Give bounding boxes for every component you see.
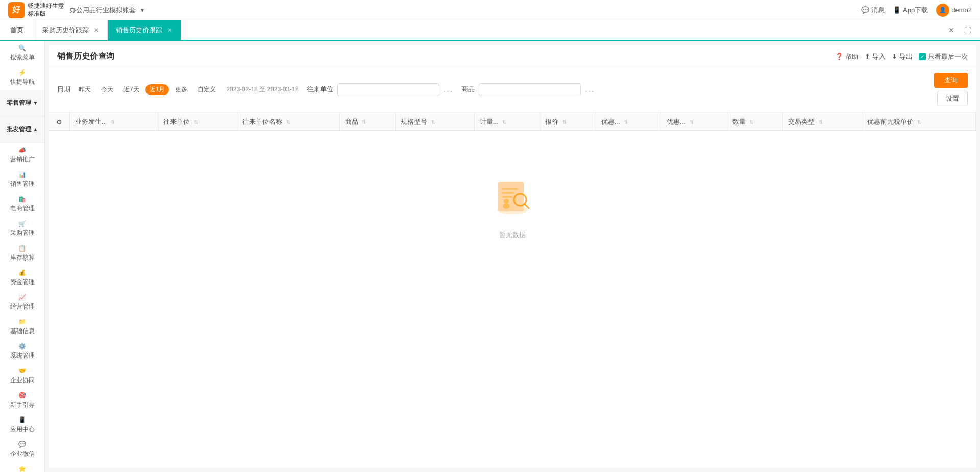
tabbar-actions: ✕ ⛶ xyxy=(945,24,980,36)
sidebar-item-vip[interactable]: ⭐ 畅会员 xyxy=(0,462,44,472)
enterprise-coop-icon: 🤝 xyxy=(18,367,26,374)
topbar-left: 好 畅捷通好生意 标准版 办公用品行业模拟账套 ▾ xyxy=(8,2,144,18)
username: demo2 xyxy=(951,6,972,14)
last-only-checkbox[interactable]: ✓ 只看最后一次 xyxy=(919,52,968,61)
newbie-label: 新手引导 xyxy=(10,400,35,409)
col-settings[interactable]: ⚙ xyxy=(49,113,69,131)
col-spec[interactable]: 规格型号 ⇅ xyxy=(396,113,475,131)
message-btn[interactable]: 💬 消息 xyxy=(861,6,885,15)
data-table: ⚙ 业务发生... ⇅ 往来单位 ⇅ 往来单位名称 xyxy=(49,113,976,131)
col-goods[interactable]: 商品 ⇅ xyxy=(339,113,395,131)
finance-icon: 💰 xyxy=(18,269,26,276)
date-tab-last7days[interactable]: 近7天 xyxy=(119,84,143,95)
col-pre-tax-price[interactable]: 优惠前无税单价 ⇅ xyxy=(862,113,975,131)
expand-btn[interactable]: ⛶ xyxy=(962,24,974,36)
tab-purchase-history[interactable]: 采购历史价跟踪 ✕ xyxy=(34,20,108,40)
breadcrumb-dropdown[interactable]: ▾ xyxy=(141,7,144,14)
tab-purchase-history-close[interactable]: ✕ xyxy=(94,27,99,34)
col-biz-date[interactable]: 业务发生... ⇅ xyxy=(69,113,158,131)
topbar-right: 💬 消息 📱 App下载 👤 demo2 xyxy=(861,4,972,17)
sidebar-item-quick-nav[interactable]: ⚡ 快捷导航 xyxy=(0,65,44,90)
sidebar-item-sales-mgmt[interactable]: 📊 销售管理 xyxy=(0,168,44,192)
tab-sales-history[interactable]: 销售历史价跟踪 ✕ xyxy=(108,20,181,40)
sidebar-item-app-center[interactable]: 📱 应用中心 xyxy=(0,413,44,437)
settings-btn[interactable]: 设置 xyxy=(937,91,968,106)
col-qty-label: 数量 xyxy=(732,117,746,125)
col-trade-type[interactable]: 交易类型 ⇅ xyxy=(782,113,862,131)
sidebar-item-system[interactable]: ⚙️ 系统管理 xyxy=(0,339,44,364)
inventory-icon: 📋 xyxy=(18,245,26,252)
col-quote-label: 报价 xyxy=(545,117,558,125)
sort-arrows-discount2: ⇅ xyxy=(690,119,694,125)
sidebar-item-finance[interactable]: 💰 资金管理 xyxy=(0,266,44,290)
table-header-row: ⚙ 业务发生... ⇅ 往来单位 ⇅ 往来单位名称 xyxy=(49,113,976,131)
empty-state: 暂无数据 xyxy=(49,131,976,280)
sidebar: 🔍 搜索菜单 ⚡ 快捷导航 零售管理 ▼ 批发管理 ▲ 📣 营销推广 📊 销售管… xyxy=(0,41,45,472)
tab-home[interactable]: 首页 xyxy=(0,20,34,40)
col-trade-type-label: 交易类型 xyxy=(788,117,815,125)
date-tab-yesterday[interactable]: 昨天 xyxy=(75,84,95,95)
date-tab-custom[interactable]: 自定义 xyxy=(193,84,220,95)
sidebar-item-enterprise-wechat[interactable]: 💬 企业微信 xyxy=(0,437,44,462)
col-partner-code[interactable]: 往来单位 ⇅ xyxy=(158,113,237,131)
col-spec-label: 规格型号 xyxy=(401,117,427,125)
svg-rect-4 xyxy=(502,196,512,198)
col-discount1[interactable]: 优惠... ⇅ xyxy=(596,113,661,131)
user-area[interactable]: 👤 demo2 xyxy=(936,4,972,17)
col-discount2[interactable]: 优惠... ⇅ xyxy=(662,113,727,131)
page-container: 销售历史价查询 ❓ 帮助 ⬆ 导入 ⬇ 导出 ✓ xyxy=(49,45,976,468)
sidebar-item-marketing[interactable]: 📣 营销推广 xyxy=(0,143,44,168)
retail-mgmt-arrow: ▼ xyxy=(33,100,38,106)
help-label: 帮助 xyxy=(845,52,859,61)
tab-sales-history-close[interactable]: ✕ xyxy=(167,27,173,34)
purchase-mgmt-icon: 🛒 xyxy=(18,220,26,227)
col-quote[interactable]: 报价 ⇅ xyxy=(540,113,596,131)
partner-input[interactable] xyxy=(337,83,439,96)
sort-arrows-trade-type: ⇅ xyxy=(819,119,823,125)
query-btn[interactable]: 查询 xyxy=(934,73,968,88)
marketing-icon: 📣 xyxy=(18,147,26,154)
date-tab-more[interactable]: 更多 xyxy=(171,84,191,95)
sort-arrows-unit: ⇅ xyxy=(502,119,506,125)
sidebar-item-search-menu[interactable]: 🔍 搜索菜单 xyxy=(0,41,44,65)
date-tab-last1month[interactable]: 近1月 xyxy=(145,84,169,95)
help-btn[interactable]: ❓ 帮助 xyxy=(835,52,859,61)
goods-filter-group: 商品 ... xyxy=(461,83,595,96)
wholesale-mgmt-label: 批发管理 xyxy=(7,125,31,134)
sidebar-item-inventory[interactable]: 📋 库存核算 xyxy=(0,241,44,266)
sidebar-item-ecommerce[interactable]: 🛍️ 电商管理 xyxy=(0,192,44,217)
avatar: 👤 xyxy=(936,4,949,17)
enterprise-wechat-icon: 💬 xyxy=(18,441,26,448)
app-download-btn[interactable]: 📱 App下载 xyxy=(893,6,928,15)
date-tab-today[interactable]: 今天 xyxy=(97,84,117,95)
sidebar-item-wholesale-mgmt[interactable]: 批发管理 ▲ xyxy=(0,116,44,143)
partner-filter-group: 往来单位 ... xyxy=(307,83,453,96)
import-btn[interactable]: ⬆ 导入 xyxy=(865,52,886,61)
sidebar-item-basic-info[interactable]: 📁 基础信息 xyxy=(0,315,44,339)
sidebar-item-purchase-mgmt[interactable]: 🛒 采购管理 xyxy=(0,217,44,241)
col-partner-name-label: 往来单位名称 xyxy=(242,117,282,125)
export-btn[interactable]: ⬇ 导出 xyxy=(892,52,913,61)
sort-arrows-quote: ⇅ xyxy=(562,119,567,125)
export-label: 导出 xyxy=(899,52,913,61)
goods-input[interactable] xyxy=(479,83,581,96)
tab-sales-history-label: 销售历史价跟踪 xyxy=(116,26,162,35)
col-unit[interactable]: 计量... ⇅ xyxy=(474,113,540,131)
col-unit-label: 计量... xyxy=(480,117,499,125)
col-goods-label: 商品 xyxy=(345,117,358,125)
sidebar-item-newbie[interactable]: 🎯 新手引导 xyxy=(0,388,44,413)
sales-mgmt-icon: 📊 xyxy=(18,171,26,178)
close-window-btn[interactable]: ✕ xyxy=(945,24,958,36)
enterprise-coop-label: 企业协同 xyxy=(10,376,35,385)
col-partner-name[interactable]: 往来单位名称 ⇅ xyxy=(237,113,339,131)
sidebar-item-operations[interactable]: 📈 经营管理 xyxy=(0,290,44,315)
filter-bar: 日期 昨天 今天 近7天 近1月 更多 自定义 2023-02-18 至 202… xyxy=(49,66,976,113)
sidebar-item-enterprise-coop[interactable]: 🤝 企业协同 xyxy=(0,364,44,388)
partner-dots: ... xyxy=(444,85,453,94)
sales-mgmt-label: 销售管理 xyxy=(10,180,35,188)
sidebar-item-retail-mgmt[interactable]: 零售管理 ▼ xyxy=(0,90,44,116)
col-qty[interactable]: 数量 ⇅ xyxy=(727,113,782,131)
search-menu-icon: 🔍 xyxy=(18,44,26,52)
retail-mgmt-label: 零售管理 xyxy=(7,99,31,107)
app-download-icon: 📱 xyxy=(893,6,901,14)
